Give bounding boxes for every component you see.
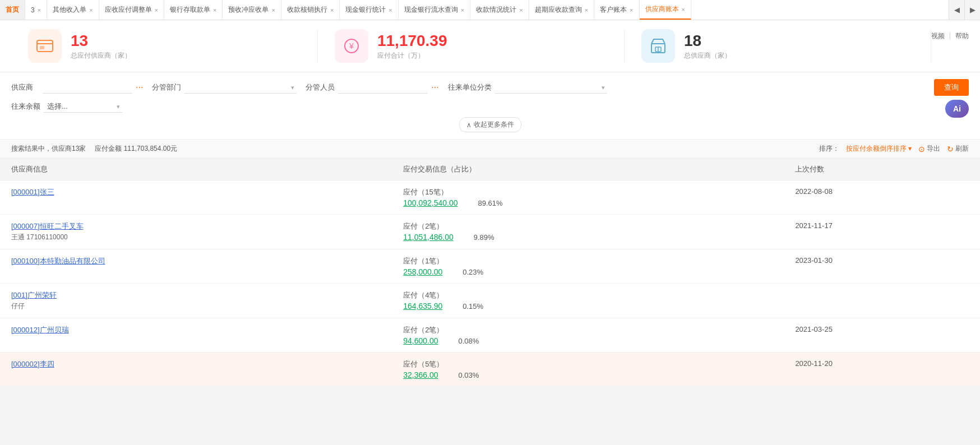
video-link[interactable]: 视频 bbox=[931, 31, 945, 41]
last-payment-cell bbox=[784, 284, 980, 318]
nav-arrow-right[interactable]: ▶ bbox=[964, 0, 980, 20]
last-payment-cell: 2021-11-17 bbox=[784, 215, 980, 249]
supplier-link[interactable]: [000100]本特勤油品有限公司 bbox=[11, 257, 105, 265]
svg-text:¥: ¥ bbox=[349, 41, 354, 50]
nav-customer-book[interactable]: 客户账本 × bbox=[594, 0, 639, 20]
supplier-info-cell: [000001]张三 bbox=[0, 180, 392, 215]
close-icon[interactable]: × bbox=[389, 7, 392, 13]
dept-filter: 分管部门 bbox=[152, 81, 297, 94]
supplier-sub-info: 仔仔 bbox=[11, 302, 381, 311]
shop-icon bbox=[641, 29, 675, 63]
supplier-input[interactable] bbox=[43, 81, 132, 94]
nav-ar-ap-adjust[interactable]: 应收应付调整单 × bbox=[99, 0, 164, 20]
close-icon[interactable]: × bbox=[89, 7, 93, 13]
supplier-link[interactable]: [001]广州荣轩 bbox=[11, 291, 57, 299]
table-row: [000001]张三应付（15笔）100,092,540.0089.61%202… bbox=[0, 180, 980, 215]
close-icon[interactable]: × bbox=[213, 7, 216, 13]
tx-amount[interactable]: 32,366.00 bbox=[403, 370, 438, 379]
nav-bank-deposit[interactable]: 银行存取款单 × bbox=[164, 0, 223, 20]
tx-amount[interactable]: 164,635.90 bbox=[403, 302, 442, 310]
nav-supplier-book[interactable]: 供应商账本 × bbox=[640, 0, 691, 20]
supplier-table: 供应商信息 应付交易信息（占比） 上次付数 [000001]张三应付（15笔）1… bbox=[0, 159, 980, 387]
tx-label: 应付（1笔） bbox=[403, 256, 773, 266]
last-payment-date: 2021-11-17 bbox=[795, 221, 833, 230]
supplier-link[interactable]: [000007]恒旺二手叉车 bbox=[11, 222, 84, 230]
export-button[interactable]: ⊙ 导出 bbox=[918, 144, 940, 154]
top-right-links: 视频 | 帮助 bbox=[931, 29, 969, 63]
tx-amount[interactable]: 11,051,486.00 bbox=[403, 233, 454, 242]
help-link[interactable]: 帮助 bbox=[955, 31, 969, 41]
close-icon[interactable]: × bbox=[461, 7, 464, 13]
last-payment-date: 2022-08-08 bbox=[795, 187, 833, 196]
person-filter: 分管人员 ··· bbox=[306, 81, 438, 94]
ap-suppliers-label: 总应付供应商（家） bbox=[71, 51, 131, 61]
transaction-info-cell: 应付（1笔）258,000.000.23% bbox=[392, 249, 784, 284]
nav-receipt-stat[interactable]: 收款情况统计 × bbox=[470, 0, 529, 20]
close-icon[interactable]: × bbox=[38, 7, 41, 13]
last-payment-cell: 2021-03-25 bbox=[784, 318, 980, 353]
supplier-icon bbox=[28, 29, 62, 63]
table-row: [000012]广州贝瑞应付（2笔）94,600.000.08%2021-03-… bbox=[0, 318, 980, 353]
close-icon[interactable]: × bbox=[630, 7, 633, 13]
category-select[interactable] bbox=[495, 81, 607, 94]
tx-label: 应付（5笔） bbox=[403, 359, 773, 369]
supplier-sub-info: 王通 17106110000 bbox=[11, 233, 381, 242]
supplier-label: 供应商 bbox=[11, 82, 39, 92]
top-navigation: 首页 3 × 其他收入单 × 应收应付调整单 × 银行存取款单 × 预收冲应收单… bbox=[0, 0, 980, 20]
table-row: [000100]本特勤油品有限公司应付（1笔）258,000.000.23%20… bbox=[0, 249, 980, 284]
total-ap-suppliers: 13 bbox=[71, 31, 131, 50]
sort-value[interactable]: 按应付余额倒序排序 ▾ bbox=[846, 144, 912, 154]
supplier-info-cell: [001]广州荣轩仔仔 bbox=[0, 284, 392, 318]
nav-overdue-query[interactable]: 超期应收款查询 × bbox=[529, 0, 594, 20]
results-count: 搜索结果中，供应商13家 bbox=[11, 144, 86, 154]
data-table-wrap: 供应商信息 应付交易信息（占比） 上次付数 [000001]张三应付（15笔）1… bbox=[0, 159, 980, 387]
nav-home[interactable]: 首页 bbox=[0, 0, 25, 20]
search-button[interactable]: 查询 bbox=[934, 79, 969, 96]
dept-select[interactable] bbox=[184, 81, 297, 94]
last-payment-date: 2023-01-30 bbox=[795, 256, 833, 265]
tx-percent: 0.03% bbox=[458, 371, 479, 379]
close-icon[interactable]: × bbox=[682, 6, 685, 13]
person-dots-icon[interactable]: ··· bbox=[431, 82, 438, 92]
ai-badge[interactable]: Ai bbox=[945, 100, 969, 118]
nav-cash-stat[interactable]: 现金银行统计 × bbox=[340, 0, 398, 20]
nav-tab-3[interactable]: 3 × bbox=[25, 0, 47, 20]
collapse-icon: ∧ bbox=[466, 121, 471, 129]
supplier-dots-icon[interactable]: ··· bbox=[136, 82, 143, 92]
nav-cash-query[interactable]: 现金银行流水查询 × bbox=[399, 0, 470, 20]
close-icon[interactable]: × bbox=[585, 7, 588, 13]
supplier-link[interactable]: [000002]李四 bbox=[11, 360, 54, 368]
close-icon[interactable]: × bbox=[271, 7, 275, 13]
header-last-payment: 上次付数 bbox=[784, 159, 980, 180]
svg-rect-1 bbox=[40, 46, 44, 49]
results-bar: 搜索结果中，供应商13家 应付金额 111,703,854.00元 排序： 按应… bbox=[0, 140, 980, 159]
total-suppliers-label: 总供应商（家） bbox=[684, 51, 731, 61]
close-icon[interactable]: × bbox=[155, 7, 158, 13]
tx-percent: 89.61% bbox=[478, 199, 503, 207]
filter-area: 供应商 ··· 分管部门 分管人员 ··· 往来单位分类 查询 bbox=[0, 72, 980, 140]
balance-select[interactable]: 选择... bbox=[44, 100, 122, 113]
results-summary: 搜索结果中，供应商13家 应付金额 111,703,854.00元 bbox=[11, 144, 177, 154]
person-label: 分管人员 bbox=[306, 82, 335, 92]
transaction-info-cell: 应付（2笔）11,051,486.009.89% bbox=[392, 215, 784, 249]
filter-row-1: 供应商 ··· 分管部门 分管人员 ··· 往来单位分类 查询 bbox=[11, 79, 969, 96]
tx-amount[interactable]: 258,000.00 bbox=[403, 267, 442, 276]
tx-amount[interactable]: 100,092,540.00 bbox=[403, 198, 457, 207]
nav-arrow-left[interactable]: ◀ bbox=[949, 0, 964, 20]
svg-rect-0 bbox=[37, 40, 53, 52]
summary-bar: 13 总应付供应商（家） ¥ 11,170.39 应付合计（万） 18 总 bbox=[0, 20, 980, 72]
person-input[interactable] bbox=[338, 81, 428, 94]
supplier-info-cell: [000100]本特勤油品有限公司 bbox=[0, 249, 392, 284]
nav-payment-verify[interactable]: 收款核销执行 × bbox=[281, 0, 340, 20]
collapse-button[interactable]: ∧ 收起更多条件 bbox=[459, 117, 521, 132]
close-icon[interactable]: × bbox=[330, 7, 334, 13]
refresh-button[interactable]: ↻ 刷新 bbox=[947, 144, 969, 154]
nav-prepay-ar[interactable]: 预收冲应收单 × bbox=[223, 0, 281, 20]
supplier-link[interactable]: [000012]广州贝瑞 bbox=[11, 326, 69, 334]
results-amount: 应付金额 111,703,854.00元 bbox=[95, 144, 177, 154]
nav-other-income[interactable]: 其他收入单 × bbox=[47, 0, 99, 20]
supplier-link[interactable]: [000001]张三 bbox=[11, 188, 54, 196]
tx-amount[interactable]: 94,600.00 bbox=[403, 336, 438, 345]
close-icon[interactable]: × bbox=[519, 7, 523, 13]
header-supplier-info: 供应商信息 bbox=[0, 159, 392, 180]
